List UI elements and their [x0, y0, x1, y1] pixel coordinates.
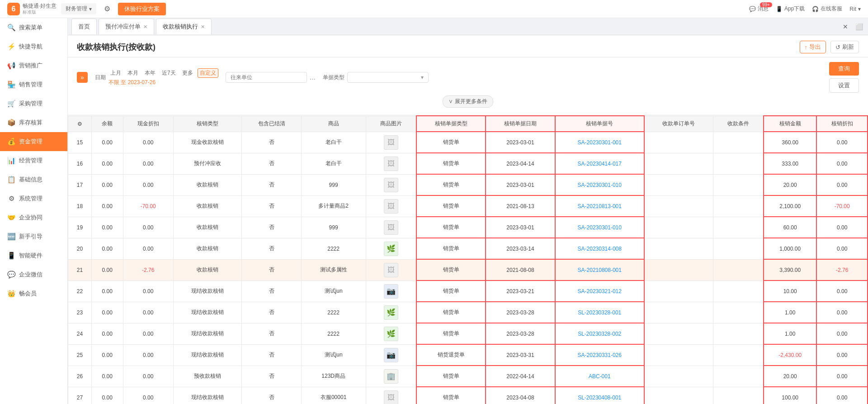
- settings-button[interactable]: 设置: [829, 78, 859, 93]
- online-service-button[interactable]: 🎧 在线客服: [812, 5, 842, 13]
- export-button[interactable]: ↑ 导出: [800, 41, 826, 53]
- date-7days[interactable]: 近7天: [160, 69, 178, 77]
- cell-receipt-condition: [713, 132, 764, 153]
- cell-product-img: 📷: [366, 344, 416, 366]
- cell-cancel-discount: 0.00: [816, 387, 868, 404]
- voucher-no-link[interactable]: SA-20230414-017: [578, 161, 622, 167]
- sidebar-icon-member: 👑: [7, 290, 15, 298]
- sidebar-item-smart-hw[interactable]: 📱智能硬件: [0, 246, 67, 265]
- query-button[interactable]: 查询: [829, 62, 859, 76]
- cell-cancel-voucher-no: SL-20230328-001: [555, 302, 644, 323]
- cell-product: 衣服00001: [301, 387, 366, 404]
- user-menu[interactable]: Rit ▾: [849, 6, 861, 12]
- cell-balance: 0.00: [91, 259, 123, 280]
- sidebar-icon-wechat: 💬: [7, 271, 15, 279]
- sidebar-label-inventory: 库存核算: [19, 119, 42, 127]
- cell-cancel-discount: -2.76: [816, 259, 868, 280]
- cell-cancel-voucher-date: 2023-03-28: [486, 323, 555, 344]
- voucher-no-link[interactable]: SA-20230314-008: [578, 246, 622, 252]
- voucher-no-link[interactable]: SA-20230321-012: [578, 288, 622, 295]
- date-current-value[interactable]: 不限 至 2023-07-26: [108, 79, 218, 86]
- voucher-no-link[interactable]: ABC-001: [589, 373, 611, 380]
- filter-expand-button[interactable]: »: [77, 72, 88, 83]
- headset-icon: 🎧: [812, 6, 819, 12]
- cell-product-img: 🖼: [366, 259, 416, 280]
- voucher-no-link[interactable]: SA-20230331-026: [578, 352, 622, 358]
- tab-home[interactable]: 首页: [71, 19, 97, 34]
- sidebar-item-wechat[interactable]: 💬企业微信: [0, 265, 67, 284]
- cell-cancel-voucher-no: SA-20230301-010: [555, 174, 644, 195]
- unit-more-button[interactable]: ...: [310, 73, 316, 81]
- sidebar-item-marketing[interactable]: 📢营销推广: [0, 56, 67, 75]
- sidebar-item-member[interactable]: 👑畅会员: [0, 284, 67, 303]
- cell-cancel-voucher-type: 销货退货单: [416, 344, 486, 366]
- app-download-button[interactable]: 📱 App下载: [776, 5, 805, 13]
- sidebar-item-operations[interactable]: 📊经营管理: [0, 151, 67, 170]
- tab-collection[interactable]: 收款核销执行 ✕: [156, 19, 212, 34]
- voucher-no-link[interactable]: SA-20230301-010: [578, 224, 622, 231]
- close-window-button[interactable]: ✕: [840, 21, 851, 32]
- cell-cash-discount: 0.00: [123, 280, 173, 302]
- sidebar-item-guide[interactable]: 🆕新手引导: [0, 227, 67, 246]
- cell-cancel-discount: 0.00: [816, 280, 868, 302]
- date-last-month[interactable]: 上月: [108, 69, 123, 77]
- date-this-month[interactable]: 本月: [126, 69, 140, 77]
- sidebar-label-basic-info: 基础信息: [19, 176, 42, 184]
- cell-cancel-voucher-no: SA-20230331-026: [555, 344, 644, 366]
- sidebar-item-system[interactable]: ⚙系统管理: [0, 189, 67, 208]
- sidebar-item-sales[interactable]: 🏪销售管理: [0, 75, 67, 94]
- sidebar-label-quick-nav: 快捷导航: [19, 43, 42, 51]
- solution-button[interactable]: 休验行业方案: [118, 3, 166, 15]
- cell-cancel-discount: 0.00: [816, 302, 868, 323]
- product-img: 🖼: [384, 220, 398, 235]
- date-more[interactable]: 更多: [180, 69, 195, 77]
- phone-icon: 📱: [776, 6, 783, 12]
- sidebar-item-finance[interactable]: 💰资金管理: [0, 132, 67, 151]
- sidebar-item-inventory[interactable]: 📦库存核算: [0, 113, 67, 132]
- sidebar-item-quick-nav[interactable]: ⚡快捷导航: [0, 37, 67, 56]
- date-custom[interactable]: 自定义: [198, 68, 218, 78]
- cell-no: 15: [68, 132, 92, 153]
- cell-cancel-voucher-no: SL-20230328-002: [555, 323, 644, 344]
- cell-no: 21: [68, 259, 92, 280]
- filter-bar: » 日期 上月 本月 本年 近7天 更多 自定义 不限 至 2023-07-26: [68, 57, 868, 115]
- cell-product-img: 📷: [366, 280, 416, 302]
- unit-input[interactable]: [226, 72, 307, 83]
- tab-collection-close[interactable]: ✕: [201, 24, 205, 30]
- voucher-type-select[interactable]: ▾: [347, 72, 429, 83]
- voucher-no-link[interactable]: SA-20210813-001: [578, 203, 622, 209]
- cell-balance: 0.00: [91, 195, 123, 217]
- sidebar-label-purchase: 采购管理: [19, 100, 42, 108]
- tab-prepay-close[interactable]: ✕: [143, 24, 147, 30]
- expand-conditions-button[interactable]: ∨ 展开更多条件: [443, 95, 493, 108]
- col-settings-header[interactable]: ⚙: [68, 116, 92, 132]
- sidebar-icon-finance: 💰: [7, 138, 15, 146]
- voucher-no-link[interactable]: SA-20230301-010: [578, 182, 622, 188]
- table-row: 27 0.00 0.00 现结收款核销 否 衣服00001 🖼 销货单 2023…: [68, 387, 868, 404]
- chevron-down-icon-voucher: ▾: [421, 74, 424, 81]
- cell-cancel-voucher-type: 销货单: [416, 132, 486, 153]
- nav-dropdown[interactable]: 财务管理 ▾: [61, 3, 96, 14]
- voucher-no-link[interactable]: SL-20230328-001: [578, 309, 621, 316]
- sidebar-icon-operations: 📊: [7, 157, 15, 165]
- voucher-no-link[interactable]: SA-20230301-001: [578, 139, 622, 146]
- cell-cancel-discount: 0.00: [816, 153, 868, 174]
- sidebar-item-search[interactable]: 🔍搜索菜单: [0, 18, 67, 37]
- message-button[interactable]: 💬 消息 99+: [749, 5, 769, 13]
- cell-product-img: 🌿: [366, 238, 416, 259]
- date-this-year[interactable]: 本年: [143, 69, 157, 77]
- gear-button[interactable]: ⚙: [101, 3, 113, 15]
- voucher-no-link[interactable]: SA-20210808-001: [578, 267, 622, 273]
- maximize-button[interactable]: ⬜: [854, 21, 864, 32]
- cell-cancel-type: 收款核销: [173, 259, 242, 280]
- sidebar-item-enterprise[interactable]: 🤝企业协同: [0, 208, 67, 227]
- tab-bar: 首页 预付冲应付单 ✕ 收款核销执行 ✕ ✕ ⬜: [68, 18, 868, 35]
- voucher-no-link[interactable]: SL-20230328-002: [578, 331, 621, 337]
- voucher-no-link[interactable]: SL-20230408-001: [578, 394, 621, 401]
- tab-prepay[interactable]: 预付冲应付单 ✕: [99, 19, 154, 34]
- sidebar-item-basic-info[interactable]: 📋基础信息: [0, 170, 67, 189]
- cell-cancel-voucher-type: 销货单: [416, 366, 486, 387]
- sidebar-item-purchase[interactable]: 🛒采购管理: [0, 94, 67, 113]
- refresh-button[interactable]: ↺ 刷新: [830, 41, 859, 53]
- cell-cancel-amount: 60.00: [764, 217, 816, 238]
